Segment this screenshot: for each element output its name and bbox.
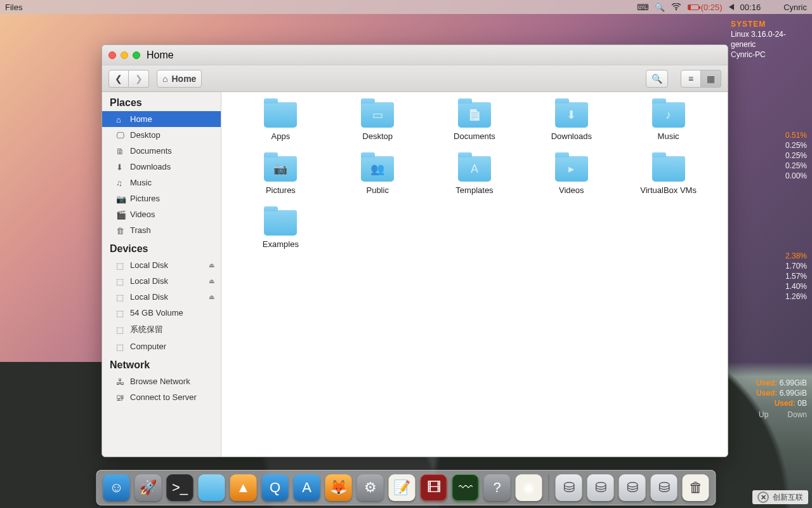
vlc-icon: ▲: [237, 479, 251, 496]
dock-firefox[interactable]: 🦊: [325, 474, 352, 501]
folder-icon: ▸: [555, 156, 588, 182]
dock-launchpad[interactable]: 🚀: [135, 474, 162, 501]
disk-icon: ⛁: [563, 479, 575, 496]
dock-disk-2[interactable]: ⛁: [619, 474, 646, 501]
sidebar-item-connect-to-server[interactable]: 🖳Connect to Server: [102, 389, 221, 405]
list-view-button[interactable]: ≡: [681, 70, 701, 88]
search-button[interactable]: 🔍: [646, 70, 668, 88]
dock-vlc[interactable]: ▲: [230, 474, 257, 501]
sidebar-item-local-disk[interactable]: ⬚Local Disk⏏: [102, 289, 221, 305]
apple-icon[interactable]: [767, 2, 777, 12]
window-titlebar[interactable]: Home: [102, 45, 728, 65]
folder-apps[interactable]: Apps: [235, 102, 326, 141]
menu-app-name[interactable]: Files: [5, 3, 22, 12]
dock-textedit[interactable]: 📝: [389, 474, 416, 501]
dock-quicktime[interactable]: Q: [262, 474, 289, 501]
eject-icon[interactable]: ⏏: [209, 277, 214, 284]
sidebar-item-home[interactable]: ⌂Home: [102, 111, 221, 127]
folder-icon: [264, 210, 297, 236]
folder-icon: ♪: [652, 102, 685, 128]
disk-icon: ⛁: [595, 479, 606, 496]
folder-documents[interactable]: 📄Documents: [429, 102, 520, 141]
sidebar-item-pictures[interactable]: 📷Pictures: [102, 190, 221, 206]
sidebar-item-music[interactable]: ♫Music: [102, 175, 221, 190]
folder-content[interactable]: Apps▭Desktop📄Documents⬇Downloads♪Music📷P…: [221, 92, 728, 457]
video-icon: 🎞: [427, 479, 441, 496]
forward-button[interactable]: ❯: [129, 70, 149, 88]
search-icon[interactable]: 🔍: [655, 2, 665, 12]
dock-disk-0[interactable]: ⛁: [556, 474, 582, 501]
eject-icon[interactable]: ⏏: [209, 293, 214, 300]
folder-templates[interactable]: ATemplates: [429, 156, 520, 195]
folder-icon: 📄: [458, 102, 491, 128]
sidebar-item-trash[interactable]: 🗑Trash: [102, 222, 221, 238]
dock-finder[interactable]: ☺: [103, 474, 130, 501]
dock-trash[interactable]: 🗑: [683, 474, 709, 501]
sidebar-item-local-disk[interactable]: ⬚Local Disk⏏: [102, 273, 221, 289]
folder-desktop[interactable]: ▭Desktop: [332, 102, 423, 141]
sidebar-item-videos[interactable]: 🎬Videos: [102, 206, 221, 222]
path-button-home[interactable]: ⌂ Home: [157, 70, 202, 88]
sidebar-item-54-gb-volume[interactable]: ⬚54 GB Volume: [102, 305, 221, 321]
folder-virtualbox-vms[interactable]: VirtualBox VMs: [623, 156, 714, 195]
dock-monitor[interactable]: 〰: [452, 474, 479, 501]
grid-view-button[interactable]: ▦: [701, 70, 721, 88]
dock-chrome[interactable]: ◉: [516, 474, 542, 501]
dock-settings[interactable]: ⚙: [357, 474, 384, 501]
trash-icon: 🗑: [116, 226, 125, 235]
maximize-button[interactable]: [133, 51, 140, 59]
sidebar-header-places: Places: [102, 92, 221, 111]
folder-public[interactable]: 👥Public: [332, 156, 423, 195]
trash-icon: 🗑: [689, 479, 703, 496]
dock-software-center[interactable]: A: [294, 474, 320, 501]
folder-music[interactable]: ♪Music: [623, 102, 714, 141]
hostname-line: Cynric-PC: [731, 50, 807, 60]
sidebar-item-local-disk[interactable]: ⬚Local Disk⏏: [102, 257, 221, 273]
clock[interactable]: 00:16: [740, 3, 761, 12]
watermark-logo: ✕: [757, 491, 769, 503]
sidebar-item-computer[interactable]: ⬚Computer: [102, 338, 221, 354]
folder-icon: 📷: [264, 156, 297, 182]
music-icon: ♫: [116, 178, 125, 187]
keyboard-icon[interactable]: ⌨: [638, 2, 648, 12]
minimize-button[interactable]: [121, 51, 128, 59]
watermark: ✕ 创新互联: [752, 490, 808, 504]
wifi-icon[interactable]: [671, 2, 681, 12]
folder-examples[interactable]: Examples: [235, 210, 326, 249]
doc-icon: 🗎: [116, 147, 125, 156]
close-button[interactable]: [108, 51, 116, 59]
disk-icon: ⛁: [627, 479, 638, 496]
dock-disk-3[interactable]: ⛁: [651, 474, 678, 501]
dock: ☺🚀>_▲QA🦊⚙📝🎞〰?◉⛁⛁⛁⛁🗑: [96, 470, 716, 505]
watermark-text: 创新互联: [773, 492, 803, 503]
eject-icon[interactable]: ⏏: [209, 262, 214, 269]
sidebar-item-desktop[interactable]: 🖵Desktop: [102, 127, 221, 143]
disk-icon: ⬚: [116, 309, 125, 318]
monitor-icon: 〰: [459, 479, 473, 496]
home-icon: ⌂: [162, 74, 167, 84]
sidebar-item-downloads[interactable]: ⬇Downloads: [102, 159, 221, 175]
dock-help[interactable]: ?: [484, 474, 511, 501]
battery-indicator[interactable]: (0:25): [688, 3, 723, 12]
svg-point-0: [675, 9, 676, 10]
dock-disk-1[interactable]: ⛁: [587, 474, 614, 501]
nav-buttons: ❮ ❯: [108, 70, 149, 88]
disk-icon: ⬚: [116, 277, 125, 286]
sidebar-item-browse-network[interactable]: 🖧Browse Network: [102, 373, 221, 389]
dock-terminal[interactable]: >_: [167, 474, 193, 501]
folder-downloads[interactable]: ⬇Downloads: [526, 102, 617, 141]
back-button[interactable]: ❮: [108, 70, 129, 88]
folder-videos[interactable]: ▸Videos: [526, 156, 617, 195]
sidebar-item-系统保留[interactable]: ⬚系统保留: [102, 321, 221, 338]
kernel-line: Linux 3.16.0-24-generic: [731, 29, 807, 50]
disk-icon: ⬚: [116, 325, 125, 334]
sidebar-item-documents[interactable]: 🗎Documents: [102, 143, 221, 159]
help-icon: ?: [493, 479, 501, 496]
folder-pictures[interactable]: 📷Pictures: [235, 156, 326, 195]
dock-files[interactable]: [199, 474, 225, 501]
net-up-label: Up: [759, 410, 768, 419]
dock-video[interactable]: 🎞: [421, 474, 447, 501]
user-name[interactable]: Cynric: [783, 3, 807, 12]
volume-icon[interactable]: [729, 4, 734, 10]
traffic-lights: [108, 51, 140, 59]
